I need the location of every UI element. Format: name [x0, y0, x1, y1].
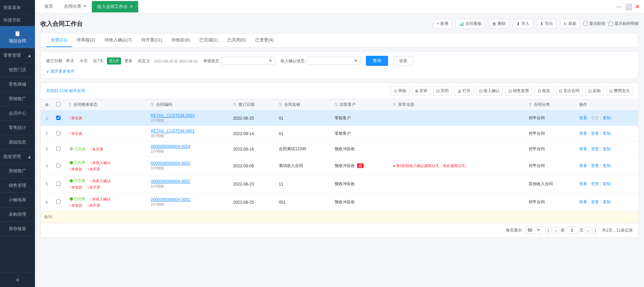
row-change-5[interactable]: 变更 [591, 181, 599, 187]
show-stage-checkbox-label[interactable]: 显示阶段 [583, 21, 605, 27]
sidebar-item-retail-mall[interactable]: 零售商城 [0, 77, 35, 92]
date-custom[interactable]: 自定义 [136, 57, 152, 65]
sidebar-item-xiaocha-ecom[interactable]: 小畅电商 [0, 193, 35, 207]
output-contract-btn[interactable]: ⊡ 支出合同 [556, 86, 582, 95]
contract-code-link-1[interactable]: RETAIL_CUSTOM-0003 [151, 113, 194, 118]
maximize-icon[interactable]: ⬜ [625, 3, 632, 10]
sidebar-item-wholesale-mgmt[interactable]: 批发管理 ▲ [0, 150, 35, 164]
import-button[interactable]: ⬇ 导入 [513, 19, 533, 29]
row-change-2[interactable]: 变更 [591, 131, 599, 136]
sidebar-quick-nav[interactable]: 快捷导航 [0, 14, 35, 26]
income-confirm-btn[interactable]: ⊡ 收入确认 [476, 86, 503, 95]
sidebar-item-member-center[interactable]: 会员中心 [0, 106, 35, 121]
expense-output-btn[interactable]: ⊡ 费用支出 [606, 86, 633, 95]
row-view-2[interactable]: 查看 [579, 131, 587, 136]
filter-tab-completed[interactable]: 已完成(1) [195, 34, 223, 47]
select-all-checkbox[interactable] [56, 102, 61, 107]
delete-button[interactable]: 🗑 删除 [489, 19, 509, 29]
sidebar-item-smart-store[interactable]: 智慧门店 [0, 63, 35, 77]
page-number-input[interactable] [566, 227, 578, 234]
query-button[interactable]: 查询 [366, 56, 388, 66]
purchase-btn[interactable]: ⊡ 采购 [585, 86, 604, 95]
sidebar-item-marketing2[interactable]: 营销推广 [0, 164, 35, 178]
close-btn[interactable]: ⊡ 关闭 [433, 86, 452, 95]
sidebar-search[interactable]: 搜索菜单 [0, 0, 35, 14]
table-scroll[interactable]: ⚙ ⇅ 合同整体状态 ⇅ 合同编码 [41, 99, 638, 223]
next-page-btn[interactable]: › [585, 227, 591, 234]
row-change-3[interactable]: 变更 [591, 146, 599, 152]
contract-code-link-3[interactable]: 0000000000004-0004 [151, 144, 190, 149]
print-btn[interactable]: 🖨 打开 [454, 86, 473, 95]
abandon-btn[interactable]: ⊗ 弃审 [412, 86, 430, 95]
contract-code-link-5[interactable]: 0000000000004-0002 [151, 179, 190, 184]
filter-tab-pending-confirm[interactable]: 待收入确认(7) [100, 34, 137, 47]
page-size-select[interactable]: 50 10 20 100 [525, 227, 542, 234]
contract-code-link-2[interactable]: RETAIL_CUSTOM-0001 [151, 129, 194, 133]
audit-btn[interactable]: ⊙ 审核 [391, 86, 409, 95]
row-change-4[interactable]: 变更 [591, 163, 599, 169]
col-checkbox[interactable] [53, 99, 65, 111]
set-button[interactable]: 设置 [393, 56, 413, 66]
row-checkbox-4[interactable] [53, 157, 65, 175]
confirm-status-select[interactable] [307, 57, 361, 65]
sidebar-item-inventory[interactable]: 库存核算 [0, 222, 35, 236]
filter-tab-changed[interactable]: 已变更(4) [251, 34, 278, 47]
refresh-button[interactable]: ↻ 刷新 [560, 19, 580, 29]
row-checkbox-3[interactable] [53, 141, 65, 157]
close-window-icon[interactable]: ✕ [635, 3, 640, 10]
filter-tab-pending-review[interactable]: 待审核(2) [72, 34, 100, 47]
contract-board-button[interactable]: 📊 合同看板 [455, 19, 485, 29]
row-copy-5[interactable]: 复制 [603, 181, 611, 187]
close-tab-income-contract[interactable]: ✕ [130, 4, 133, 9]
minimize-icon[interactable]: — [616, 3, 622, 10]
row-copy-1[interactable]: 复制 [603, 115, 611, 121]
filter-tab-pending-invoice[interactable]: 待开票(11) [137, 34, 167, 47]
doc-status-select[interactable] [221, 57, 275, 65]
row-checkbox-2[interactable] [53, 126, 65, 141]
row-copy-2[interactable]: 复制 [603, 131, 611, 136]
add-button[interactable]: + 新增 [433, 19, 452, 29]
filter-tab-pending-collection[interactable]: 待收款(8) [167, 34, 195, 47]
date-last1month[interactable]: 近1月 [107, 57, 121, 65]
col-settings[interactable]: ⚙ [41, 99, 53, 111]
row-checkbox-1[interactable] [53, 111, 65, 126]
row-view-6[interactable]: 查看 [579, 199, 587, 205]
row-copy-3[interactable]: 复制 [603, 146, 611, 152]
expand-more-btn[interactable]: ∨ 展开更多条件 [46, 69, 633, 74]
date-today[interactable]: 今天 [78, 57, 90, 65]
sidebar-item-basic-info[interactable]: 基础信息 [0, 135, 35, 150]
export-button[interactable]: ⬆ 导出 [536, 19, 557, 29]
sidebar-item-marketing[interactable]: 营销推广 [0, 92, 35, 106]
row-checkbox-5[interactable] [53, 175, 65, 193]
row-copy-4[interactable]: 复制 [603, 163, 611, 169]
sidebar-item-project-contract[interactable]: 📋 项目合同 [0, 26, 35, 48]
sidebar-item-retail-stats[interactable]: 零售统计 [0, 121, 35, 135]
show-stage-checkbox[interactable] [583, 22, 588, 26]
last-page-btn[interactable]: ⟩ [592, 227, 599, 234]
row-view-1[interactable]: 查看 [579, 115, 587, 121]
sidebar-item-retail-management[interactable]: 零售管理 ▲ [0, 48, 35, 63]
date-last7days[interactable]: 近7天 [91, 57, 106, 65]
row-checkbox-6[interactable] [53, 193, 65, 211]
date-more[interactable]: 更多 [122, 57, 135, 65]
row-view-4[interactable]: 查看 [579, 163, 587, 169]
contract-code-link-6[interactable]: 0000000000004-0001 [151, 197, 190, 202]
sidebar-settings[interactable]: ⚙ [0, 273, 35, 287]
filter-tab-closed[interactable]: 已关闭(0) [223, 34, 251, 47]
row-view-5[interactable]: 查看 [579, 181, 587, 187]
sidebar-item-purchase-mgmt[interactable]: 采购管理 [0, 207, 35, 222]
filter-tab-all[interactable]: 全部(11) [46, 34, 72, 47]
contract-code-link-4[interactable]: 0000000000004-0003 [151, 161, 190, 166]
row-change-1[interactable]: 变更 [591, 115, 599, 121]
date-yesterday[interactable]: 昨天 [64, 57, 76, 65]
row-copy-6[interactable]: 复制 [603, 199, 611, 205]
sales-invoice-btn[interactable]: ⊡ 销售发票 [505, 86, 532, 95]
row-view-3[interactable]: 查看 [579, 146, 587, 152]
first-page-btn[interactable]: ⟨ [545, 227, 552, 234]
show-detail-checkbox[interactable] [609, 22, 613, 26]
tab-income-contract[interactable]: 收入合同工作台 ✕ [92, 1, 138, 12]
tab-home[interactable]: 首页 [39, 0, 59, 13]
sidebar-item-sales-mgmt[interactable]: 销售管理 [0, 178, 35, 193]
show-detail-checkbox-label[interactable]: 显示标的明细 [609, 21, 639, 27]
tab-contract-category[interactable]: 合同分类 ✕ [59, 0, 92, 13]
